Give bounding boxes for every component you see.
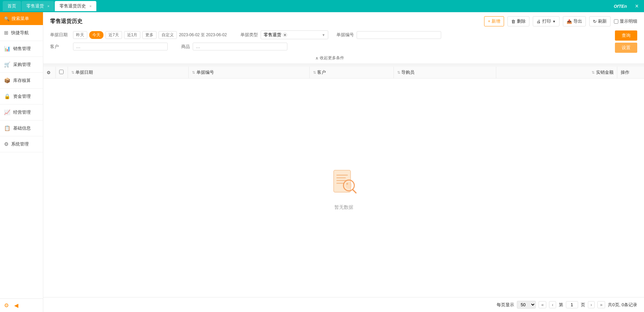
- next-page-button[interactable]: ›: [588, 301, 595, 308]
- sidebar-item-inventory-label: 库存核算: [13, 77, 31, 84]
- page-title: 零售退货历史: [50, 18, 82, 25]
- toolbar: + 新增 🗑 删除 🖨 打印 ▼ 📤 导出 ↻: [484, 16, 637, 26]
- first-page-button[interactable]: «: [539, 301, 546, 308]
- th-checkbox[interactable]: [55, 67, 68, 79]
- inventory-icon: 📦: [4, 77, 10, 84]
- collapse-sidebar-icon[interactable]: ◀: [14, 302, 18, 309]
- empty-state: 暂无数据: [43, 79, 644, 297]
- svg-rect-0: [334, 170, 351, 192]
- sidebar-item-sales-mgmt[interactable]: 📊 销售管理: [0, 41, 43, 57]
- sidebar-item-finance[interactable]: 🔒 资金管理: [0, 89, 43, 105]
- table-container: ⚙ ⇅ 单据日期 ⇅ 单据编号: [43, 67, 644, 297]
- tab-retail-return-close[interactable]: ×: [47, 4, 49, 8]
- date-filter-1month[interactable]: 近1月: [124, 31, 141, 39]
- sidebar-search-label: 搜索菜单: [11, 16, 29, 22]
- sidebar-item-inventory[interactable]: 📦 库存核算: [0, 73, 43, 89]
- system-mgmt-icon: ⚙: [4, 141, 8, 147]
- th-doc-no[interactable]: ⇅ 单据编号: [189, 67, 310, 79]
- sidebar-item-operations[interactable]: 📈 经营管理: [0, 105, 43, 120]
- svg-line-6: [353, 190, 356, 193]
- total-text: 共0页, 0条记录: [608, 302, 637, 308]
- doc-type-select[interactable]: 零售退货 × ▼: [261, 30, 328, 39]
- page-label: 第: [559, 302, 563, 308]
- export-label: 导出: [573, 18, 582, 24]
- th-actions-label: 操作: [621, 70, 629, 75]
- date-filter-label: 单据日期: [50, 32, 70, 38]
- page-title-row: 零售退货历史 + 新增 🗑 删除 🖨 打印 ▼ 📤 导出: [50, 16, 637, 26]
- top-bar: 首页 零售退货 × 零售退货历史 × OfTEn ×: [0, 0, 644, 12]
- doc-type-filter-label: 单据类型: [240, 32, 258, 38]
- settings-bottom-icon[interactable]: ⚙: [4, 302, 9, 309]
- new-button[interactable]: + 新增: [484, 16, 504, 26]
- date-filter-custom[interactable]: 自定义: [159, 31, 177, 39]
- th-customer-sort-icon: ⇅: [313, 70, 316, 74]
- display-detail-checkbox[interactable]: [614, 19, 618, 24]
- sidebar-item-quick-nav[interactable]: ⊞ 快捷导航: [0, 25, 43, 41]
- sidebar-item-quick-nav-label: 快捷导航: [11, 30, 29, 36]
- th-settings[interactable]: ⚙: [43, 67, 55, 79]
- delete-label: 删除: [517, 18, 526, 24]
- app-brand: OfTEn: [608, 4, 632, 9]
- export-button[interactable]: 📤 导出: [563, 16, 586, 26]
- th-doc-date[interactable]: ⇅ 单据日期: [68, 67, 189, 79]
- sidebar-item-purchase-mgmt[interactable]: 🛒 采购管理: [0, 57, 43, 73]
- doc-type-value: 零售退货: [264, 32, 281, 38]
- th-guide[interactable]: ⇅ 导购员: [393, 67, 496, 79]
- per-page-select[interactable]: 20 50 100: [517, 301, 536, 309]
- operations-icon: 📈: [4, 109, 10, 115]
- collapse-up-icon: ∧: [315, 56, 318, 61]
- th-doc-no-label: 单据编号: [196, 70, 214, 75]
- page-suffix: 页: [581, 302, 585, 308]
- sidebar-item-basic-info[interactable]: 📋 基础信息: [0, 120, 43, 136]
- th-amount[interactable]: ⇅ 实销金额: [496, 67, 617, 79]
- date-filter-yesterday[interactable]: 昨天: [73, 31, 87, 39]
- customer-input[interactable]: [73, 43, 168, 50]
- tab-retail-return[interactable]: 零售退货 ×: [22, 1, 54, 11]
- tab-retail-return-history[interactable]: 零售退货历史 ×: [55, 1, 96, 11]
- product-input[interactable]: [193, 43, 287, 50]
- query-button[interactable]: 查询: [615, 30, 637, 41]
- print-button[interactable]: 🖨 打印 ▼: [533, 16, 559, 26]
- th-doc-no-sort-icon: ⇅: [192, 70, 195, 74]
- doc-no-input[interactable]: [357, 31, 441, 39]
- th-amount-sort-icon: ⇅: [592, 70, 595, 74]
- date-filter-today[interactable]: 今天: [89, 31, 103, 39]
- collapse-more-button[interactable]: ∧ 收起更多条件: [50, 54, 610, 64]
- prev-page-button[interactable]: ‹: [549, 301, 556, 308]
- doc-type-tag: 零售退货 ×: [264, 32, 287, 38]
- sidebar-item-basic-info-label: 基础信息: [13, 125, 31, 131]
- refresh-button[interactable]: ↻ 刷新: [589, 16, 611, 26]
- sidebar-search[interactable]: 🔍 搜索菜单: [0, 12, 43, 25]
- product-filter-label: 商品: [181, 44, 190, 50]
- delete-button[interactable]: 🗑 删除: [507, 16, 529, 26]
- doc-type-chevron-icon: ▼: [322, 33, 325, 37]
- th-customer[interactable]: ⇅ 客户: [309, 67, 393, 79]
- per-page-label: 每页显示: [497, 302, 514, 308]
- doc-type-remove[interactable]: ×: [283, 32, 287, 37]
- page-number-input[interactable]: [566, 301, 578, 308]
- sidebar-item-system-mgmt[interactable]: ⚙ 系统管理: [0, 136, 43, 152]
- search-icon: 🔍: [4, 16, 9, 21]
- window-close-button[interactable]: ×: [632, 3, 641, 10]
- tab-retail-return-label: 零售退货: [26, 3, 44, 9]
- tab-home-label: 首页: [7, 3, 16, 9]
- tab-retail-return-history-close[interactable]: ×: [89, 4, 91, 8]
- collapse-more-label: 收起更多条件: [320, 55, 344, 61]
- set-button[interactable]: 设置: [615, 43, 637, 53]
- tab-home[interactable]: 首页: [3, 1, 21, 11]
- page-header: 零售退货历史 + 新增 🗑 删除 🖨 打印 ▼ 📤 导出: [43, 12, 644, 64]
- last-page-button[interactable]: »: [597, 301, 605, 308]
- date-filter-more[interactable]: 更多: [142, 31, 157, 39]
- select-all-checkbox[interactable]: [59, 70, 64, 74]
- doc-no-filter-label: 单据编号: [336, 32, 354, 38]
- display-detail-toggle[interactable]: 显示明细: [614, 18, 637, 24]
- sidebar-item-finance-label: 资金管理: [13, 93, 31, 99]
- date-filter-7days[interactable]: 近7天: [105, 31, 122, 39]
- date-range-display: 2023-06-02 至 2023-06-02: [179, 32, 226, 38]
- sales-mgmt-icon: 📊: [4, 46, 10, 52]
- empty-state-text: 暂无数据: [334, 204, 353, 210]
- display-detail-label: 显示明细: [620, 18, 637, 24]
- tab-list: 首页 零售退货 × 零售退货历史 ×: [3, 1, 608, 11]
- content-area: 零售退货历史 + 新增 🗑 删除 🖨 打印 ▼ 📤 导出: [43, 12, 644, 312]
- refresh-icon: ↻: [593, 19, 597, 24]
